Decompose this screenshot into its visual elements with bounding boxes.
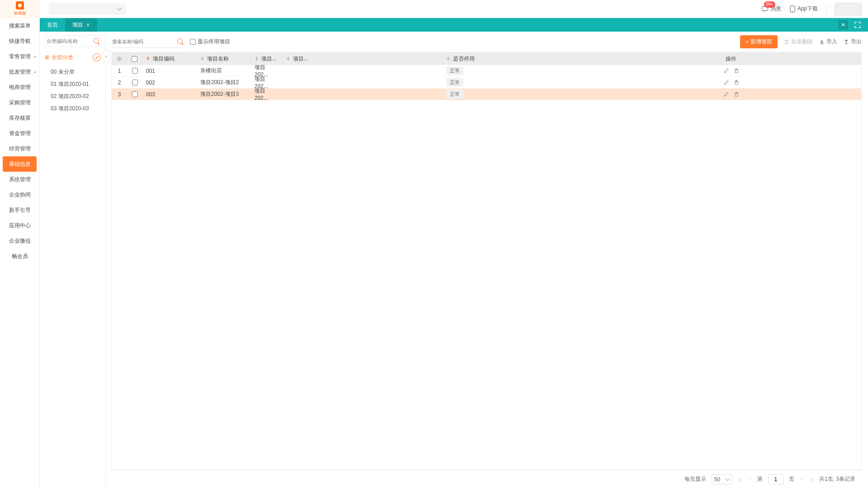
batch-delete-button[interactable]: 批量删除 — [784, 38, 813, 46]
search-icon[interactable] — [177, 38, 183, 44]
org-select[interactable] — [49, 3, 126, 15]
sidebar-item-11[interactable]: 企业协同 — [0, 187, 39, 202]
table-row[interactable]: 3003项目2002-项目3项目202...正常 — [112, 89, 861, 100]
sidebar-item-10[interactable]: 系统管理 — [0, 172, 39, 187]
page-last[interactable]: ›| — [809, 476, 814, 483]
sidebar-item-4[interactable]: 电商管理 — [0, 80, 39, 95]
user-avatar[interactable] — [835, 3, 862, 15]
select-all-checkbox[interactable] — [132, 56, 137, 62]
category-item-1[interactable]: 01 项目2020-01 — [43, 78, 102, 90]
category-item-0[interactable]: 00 未分类 — [43, 66, 102, 78]
show-disabled-toggle[interactable]: 显示停用项目 — [190, 38, 230, 46]
pencil-icon — [723, 91, 729, 97]
sidebar-item-14[interactable]: 企业微信 — [0, 233, 39, 249]
edit-button[interactable] — [723, 68, 729, 74]
cell-name: 项目2002-项目2 — [197, 77, 251, 88]
delete-button[interactable] — [734, 68, 739, 74]
tab-project-label: 项目 — [72, 21, 83, 29]
tab-home[interactable]: 首页 — [40, 18, 65, 32]
sidebar-item-0[interactable]: 搜索菜单 — [0, 18, 39, 33]
cell-ops — [601, 77, 861, 88]
column-name[interactable]: ▲▼ 项目名称 — [197, 52, 251, 65]
per-page-value: 50 — [714, 476, 720, 483]
row-checkbox[interactable] — [132, 91, 138, 97]
row-select[interactable] — [127, 89, 142, 100]
sidebar-item-9[interactable]: 基础信息 — [3, 156, 37, 172]
page-next[interactable]: › — [800, 476, 803, 483]
status-badge: 正常 — [446, 90, 463, 99]
edit-button[interactable] — [723, 80, 729, 85]
status-badge: 正常 — [446, 66, 463, 75]
column-select-all[interactable] — [127, 52, 142, 65]
table-row[interactable]: 2002项目2002-项目2项目202...正常 — [112, 77, 861, 89]
delete-button[interactable] — [734, 91, 739, 97]
batch-delete-label: 批量删除 — [791, 38, 813, 46]
column-operations-label: 操作 — [726, 55, 736, 63]
import-button[interactable]: 导入 — [819, 38, 837, 46]
app-download-button[interactable]: App下载 — [789, 5, 818, 13]
cell-code: 002 — [142, 77, 197, 88]
cell-p4 — [283, 89, 443, 100]
row-select[interactable] — [127, 77, 142, 88]
sort-indicator-icon: ▲▼ — [286, 56, 290, 61]
messages-button[interactable]: 99+ 消息 — [761, 5, 781, 13]
sidebar-item-13[interactable]: 应用中心 — [0, 218, 39, 233]
sidebar-item-6[interactable]: 库存核算 — [0, 110, 39, 126]
tab-home-label: 首页 — [47, 21, 58, 29]
category-item-2[interactable]: 02 项目2020-02 — [43, 90, 102, 103]
column-stop[interactable]: ▲▼ 是否停用 — [443, 52, 601, 65]
sidebar-item-1[interactable]: 快捷导航 — [0, 33, 39, 49]
export-label: 导出 — [851, 38, 862, 46]
cell-p3: 项目202... — [251, 77, 283, 88]
table-row[interactable]: 1001东楼街店项目202...正常 — [112, 65, 861, 77]
delete-button[interactable] — [734, 80, 739, 85]
tab-project[interactable]: 项目 ✕ — [65, 18, 97, 32]
sidebar-item-15[interactable]: 畅会员 — [0, 249, 39, 264]
category-edit-button[interactable] — [93, 53, 101, 61]
export-icon — [844, 39, 849, 45]
app-download-label: App下载 — [797, 5, 818, 13]
page-first[interactable]: |‹ — [738, 476, 743, 483]
column-stop-label: 是否停用 — [453, 55, 475, 63]
show-disabled-checkbox[interactable] — [190, 39, 196, 45]
sort-indicator-icon: ▲▼ — [146, 56, 150, 61]
export-button[interactable]: 导出 — [844, 38, 862, 46]
row-checkbox[interactable] — [132, 68, 138, 74]
tab-close-button[interactable]: ✕ — [838, 20, 848, 30]
column-name-label: 项目名称 — [207, 55, 229, 63]
page-prev[interactable]: ‹ — [748, 476, 752, 483]
column-p4[interactable]: ▲▼ 项目... — [283, 52, 443, 65]
sidebar-item-5[interactable]: 采购管理 — [0, 95, 39, 110]
column-p3[interactable]: ▲▼ 项目... — [251, 52, 283, 65]
brand-logo: 标准版 — [0, 0, 40, 18]
collapse-panel-button[interactable]: « — [103, 50, 110, 62]
edit-button[interactable] — [723, 91, 729, 97]
sidebar-item-8[interactable]: 经营管理 — [0, 141, 39, 156]
phone-icon — [789, 5, 796, 13]
import-icon — [819, 39, 825, 45]
page-input[interactable] — [768, 474, 783, 484]
row-checkbox[interactable] — [132, 80, 138, 85]
close-icon[interactable]: ✕ — [86, 22, 90, 28]
cell-p4 — [283, 77, 443, 88]
add-project-button[interactable]: + 新增项目 — [740, 35, 778, 48]
per-page-select[interactable]: 50 — [712, 474, 732, 484]
category-search-input[interactable] — [43, 35, 102, 47]
category-item-3[interactable]: 03 项目2020-03 — [43, 103, 102, 115]
sidebar-item-2[interactable]: 零售管理▸ — [0, 49, 39, 64]
category-all[interactable]: 全部分类 — [43, 52, 102, 63]
fullscreen-button[interactable] — [853, 20, 863, 30]
column-code[interactable]: ▲▼ 项目编码 — [142, 52, 197, 65]
sidebar-item-7[interactable]: 资金管理 — [0, 126, 39, 141]
chevron-down-icon — [117, 7, 121, 11]
sidebar-item-12[interactable]: 新手引导 — [0, 202, 39, 218]
plus-icon: + — [745, 39, 749, 45]
search-input[interactable] — [111, 36, 184, 48]
row-select[interactable] — [127, 65, 142, 76]
per-page-label: 每页显示 — [684, 475, 706, 483]
import-label: 导入 — [826, 38, 837, 46]
sidebar-item-3[interactable]: 批发管理▸ — [0, 64, 39, 80]
search-icon[interactable] — [94, 38, 99, 43]
row-index: 1 — [112, 65, 127, 76]
column-settings[interactable] — [112, 52, 127, 65]
